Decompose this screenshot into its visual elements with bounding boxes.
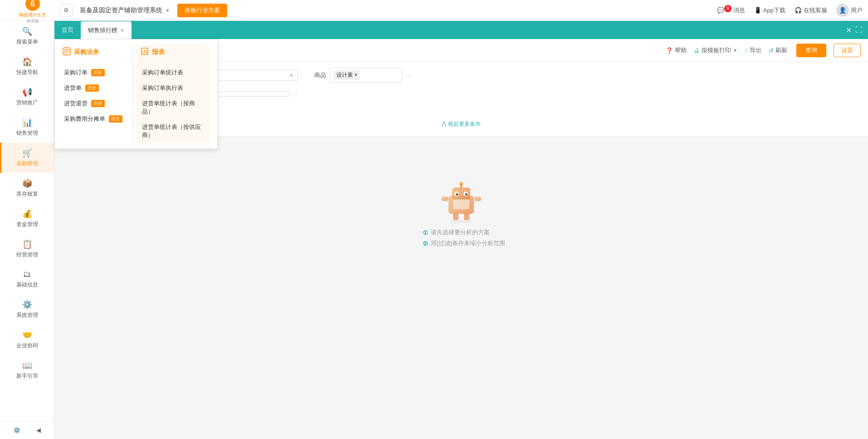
logo-icon: 6 bbox=[25, 0, 40, 11]
salesperson-more-icon[interactable]: ··· bbox=[293, 90, 298, 97]
tab-sales-rank[interactable]: 销售排行榜 ✕ bbox=[81, 21, 132, 39]
dropdown-col-report: 报表 采购订单统计表 采购订单执行表 进货单统计表（按商品） 进货单统计表（按供… bbox=[137, 45, 210, 143]
salesperson-select[interactable] bbox=[217, 91, 290, 97]
menu-item-order-exec[interactable]: 采购订单执行表 bbox=[140, 80, 207, 96]
sidebar-item-finance[interactable]: 💰 资金管理 bbox=[0, 203, 54, 234]
print-action[interactable]: 🖨 按模板打印 ▼ bbox=[694, 46, 738, 54]
online-service-item[interactable]: 🎧 在线客服 bbox=[795, 6, 827, 15]
refresh-icon: ↺ bbox=[769, 47, 774, 54]
goods-more-icon[interactable]: ··· bbox=[406, 72, 411, 79]
window-close-icon[interactable]: ✕ bbox=[846, 26, 852, 35]
sidebar-label-finance: 资金管理 bbox=[16, 221, 38, 228]
dropdown-col1-title: 采购业务 bbox=[74, 48, 99, 56]
refresh-action[interactable]: ↺ 刷新 bbox=[769, 46, 787, 54]
dropdown-col-purchase: 采购业务 采购订单 历史 进货单 历史 进货退货 历史 采购费用分摊单 历史 bbox=[62, 45, 129, 143]
message-badge: 9 bbox=[724, 5, 731, 12]
sidebar-item-purchase[interactable]: 🛒 采购管理 bbox=[0, 143, 54, 173]
goods-tag: 设计素 × bbox=[334, 70, 360, 80]
window-maximize-icon[interactable]: ⛶ bbox=[855, 26, 863, 34]
search-icon: 🔍 bbox=[22, 26, 32, 36]
sidebar-label-inventory: 库存核算 bbox=[16, 190, 38, 198]
svg-point-4 bbox=[456, 193, 458, 196]
sidebar-item-search[interactable]: 🔍 搜索菜单 bbox=[0, 21, 54, 51]
tab-home-label: 首页 bbox=[62, 26, 73, 34]
logo-area: 6 畅捷通好生意 标准版 bbox=[5, 0, 60, 24]
sidebar-settings-icon[interactable]: ⚙️ bbox=[13, 427, 20, 434]
menu-item-order-stat[interactable]: 采购订单统计表 bbox=[140, 65, 207, 80]
system-title-arrow[interactable]: ▼ bbox=[165, 8, 170, 13]
order-exec-label: 采购订单执行表 bbox=[142, 84, 183, 92]
sidebar-item-quick-nav[interactable]: 🏠 快捷导航 bbox=[0, 51, 54, 82]
dropdown-col2-header: 报表 bbox=[140, 45, 207, 62]
settings-button[interactable]: 设置 bbox=[834, 44, 861, 57]
menu-item-return-goods[interactable]: 进货退货 历史 bbox=[62, 96, 129, 111]
enterprise-icon: 🤝 bbox=[22, 330, 32, 340]
help-action[interactable]: ❓ 帮助 bbox=[666, 46, 687, 54]
sidebar-item-enterprise[interactable]: 🤝 企业协同 bbox=[0, 325, 54, 355]
sidebar-item-guide[interactable]: 📖 新手引导 bbox=[0, 355, 54, 385]
menu-item-incoming-stat-supplier[interactable]: 进货单统计表（按供应商） bbox=[140, 119, 207, 143]
sidebar-label-guide: 新手引导 bbox=[16, 372, 38, 380]
query-button[interactable]: 查询 bbox=[796, 44, 826, 57]
dropdown-col2-title: 报表 bbox=[152, 48, 165, 56]
purchase-icon: 🛒 bbox=[22, 148, 32, 158]
home-icon: 🏠 bbox=[22, 57, 32, 67]
tab-close-icon[interactable]: ✕ bbox=[120, 28, 124, 34]
sidebar-label-system: 系统管理 bbox=[16, 311, 38, 319]
svg-rect-9 bbox=[474, 197, 481, 201]
goods-tag-text: 设计素 × bbox=[336, 71, 357, 79]
sidebar-item-basic-info[interactable]: 🗂 基础信息 bbox=[0, 264, 54, 294]
export-action[interactable]: ↑ 导出 bbox=[745, 46, 762, 54]
sidebar-item-marketing[interactable]: 📢 营销推广 bbox=[0, 82, 54, 112]
print-icon: 🖨 bbox=[694, 47, 700, 54]
app-download-item[interactable]: 📱 App下载 bbox=[754, 6, 785, 15]
help-label: 帮助 bbox=[675, 46, 687, 54]
empty-state: ① 请先选择要分析的方案 ② 用[过滤]条件来缩小分析范围 bbox=[54, 137, 868, 293]
top-header: 6 畅捷通好生意 标准版 ⚙ 装备及固定资产辅助管理系统 ▼ 体验行业方案 💬 … bbox=[0, 0, 868, 21]
tab-window-buttons: ✕ ⛶ bbox=[846, 26, 868, 35]
dropdown-columns: 采购业务 采购订单 历史 进货单 历史 进货退货 历史 采购费用分摊单 历史 bbox=[55, 45, 217, 143]
brand-name: 畅捷通好生意 bbox=[19, 12, 46, 18]
dropdown-divider bbox=[132, 45, 133, 143]
sidebar-item-inventory[interactable]: 📦 库存核算 bbox=[0, 173, 54, 203]
system-title-text: 装备及固定资产辅助管理系统 bbox=[80, 6, 162, 15]
incoming-label: 进货单 bbox=[64, 84, 82, 92]
hint2-text: 用[过滤]条件来缩小分析范围 bbox=[431, 239, 505, 247]
system-icon: ⚙️ bbox=[22, 300, 32, 310]
menu-item-purchase-expense[interactable]: 采购费用分摊单 历史 bbox=[62, 111, 129, 127]
message-item[interactable]: 💬 9 消息 bbox=[717, 6, 745, 15]
system-title-area: 装备及固定资产辅助管理系统 ▼ bbox=[80, 6, 170, 15]
doc-status-select[interactable]: ▼ bbox=[207, 70, 298, 81]
industry-btn[interactable]: 体验行业方案 bbox=[177, 4, 227, 17]
sidebar-item-operations[interactable]: 📋 经营管理 bbox=[0, 234, 54, 264]
menu-item-incoming-stat-goods[interactable]: 进货单统计表（按商品） bbox=[140, 96, 207, 119]
sidebar-item-system[interactable]: ⚙️ 系统管理 bbox=[0, 294, 54, 325]
hist-badge-purchase-order: 历史 bbox=[91, 69, 105, 76]
header-center: 体验行业方案 bbox=[170, 4, 717, 17]
header-right: 💬 9 消息 📱 App下载 🎧 在线客服 👤 用户 bbox=[717, 4, 863, 17]
empty-hint-1: ① 请先选择要分析的方案 bbox=[423, 228, 505, 237]
tab-bar: 首页 销售排行榜 ✕ ✕ ⛶ bbox=[54, 21, 868, 39]
user-label: 用户 bbox=[851, 6, 863, 15]
empty-hint-2: ② 用[过滤]条件来缩小分析范围 bbox=[423, 239, 505, 247]
sidebar-item-sales[interactable]: 📊 销售管理 bbox=[0, 112, 54, 143]
dropdown-menu: 采购业务 采购订单 历史 进货单 历史 进货退货 历史 采购费用分摊单 历史 bbox=[54, 39, 218, 149]
phone-icon: 📱 bbox=[754, 7, 761, 14]
finance-icon: 💰 bbox=[22, 209, 32, 219]
svg-rect-8 bbox=[441, 197, 449, 201]
hint1-num: ① bbox=[423, 229, 428, 236]
operations-icon: 📋 bbox=[22, 239, 32, 249]
goods-label: 商品 bbox=[314, 71, 326, 79]
menu-item-incoming[interactable]: 进货单 历史 bbox=[62, 80, 129, 96]
goods-select[interactable]: 设计素 × bbox=[330, 68, 402, 83]
sidebar-label-operations: 经营管理 bbox=[16, 251, 38, 259]
sidebar-footer: ⚙️ ◀ bbox=[0, 421, 54, 439]
headset-icon: 🎧 bbox=[795, 7, 802, 14]
menu-item-purchase-order[interactable]: 采购订单 历史 bbox=[62, 65, 129, 80]
user-item[interactable]: 👤 用户 bbox=[836, 4, 863, 17]
sidebar-collapse-icon[interactable]: ◀ bbox=[36, 427, 41, 434]
user-avatar: 👤 bbox=[836, 4, 849, 17]
sidebar-label-quick-nav: 快捷导航 bbox=[16, 69, 38, 76]
svg-point-13 bbox=[449, 220, 473, 223]
settings-gear-icon[interactable]: ⚙ bbox=[60, 4, 73, 17]
